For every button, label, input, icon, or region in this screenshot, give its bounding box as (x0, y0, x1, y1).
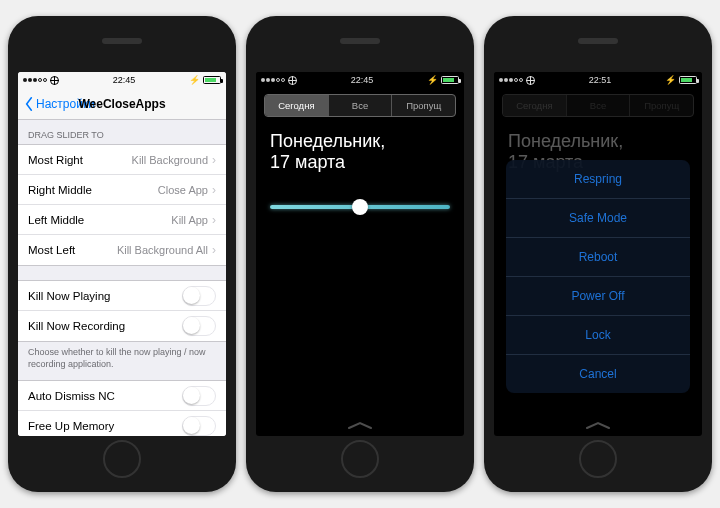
chevron-right-icon: › (212, 153, 216, 167)
nc-body: Понедельник, 17 марта (256, 117, 464, 219)
footer-note-1: Choose whether to kill the now playing /… (18, 342, 226, 380)
chevron-up-icon (347, 420, 373, 430)
toggle-group-2: Auto Dismiss NC Free Up Memory (18, 380, 226, 436)
status-time: 22:45 (351, 75, 374, 85)
signal-icon (23, 78, 47, 82)
battery-icon (203, 76, 221, 84)
chevron-up-icon (585, 420, 611, 430)
nc-date-line1-dim: Понедельник, (508, 131, 688, 152)
row-auto-dismiss-nc: Auto Dismiss NC (18, 381, 226, 411)
weeclose-slider[interactable] (270, 195, 450, 219)
screen-nc: 22:45 ⚡ Сегодня Все Пропущ Понедельник, … (256, 72, 464, 436)
nav-bar: Настройки WeeCloseApps (18, 88, 226, 120)
phone-frame-2: 22:45 ⚡ Сегодня Все Пропущ Понедельник, … (246, 16, 474, 492)
chevron-right-icon: › (212, 243, 216, 257)
menu-power-off[interactable]: Power Off (506, 277, 690, 316)
chevron-right-icon: › (212, 183, 216, 197)
slider-rows-group: Most Right Kill Background › Right Middl… (18, 144, 226, 266)
row-right-middle[interactable]: Right Middle Close App › (18, 175, 226, 205)
toggle-kill-now-recording[interactable] (182, 316, 216, 336)
signal-icon (499, 78, 523, 82)
nc-tab-all[interactable]: Все (329, 95, 393, 116)
globe-icon (50, 76, 59, 85)
chevron-left-icon (24, 97, 34, 111)
status-bar: 22:51 ⚡ (494, 72, 702, 88)
menu-lock[interactable]: Lock (506, 316, 690, 355)
globe-icon (288, 76, 297, 85)
nc-tab-bar-dim: Сегодня Все Пропущ (502, 94, 694, 117)
nc-date-line1: Понедельник, (270, 131, 450, 152)
status-bar: 22:45 ⚡ (256, 72, 464, 88)
row-kill-now-recording: Kill Now Recording (18, 311, 226, 341)
menu-cancel[interactable]: Cancel (506, 355, 690, 393)
bluetooth-icon: ⚡ (427, 75, 438, 85)
nc-tab-all: Все (567, 95, 631, 116)
nc-date-line2: 17 марта (270, 152, 450, 173)
phone-frame-3: 22:51 ⚡ Сегодня Все Пропущ Понедельник, … (484, 16, 712, 492)
battery-icon (679, 76, 697, 84)
status-time: 22:51 (589, 75, 612, 85)
nc-tab-missed: Пропущ (630, 95, 693, 116)
nc-tab-missed[interactable]: Пропущ (392, 95, 455, 116)
row-most-left[interactable]: Most Left Kill Background All › (18, 235, 226, 265)
signal-icon (261, 78, 285, 82)
back-label: Настройки (36, 97, 95, 111)
back-button[interactable]: Настройки (24, 97, 95, 111)
status-bar: 22:45 ⚡ (18, 72, 226, 88)
menu-respring[interactable]: Respring (506, 160, 690, 199)
bluetooth-icon: ⚡ (189, 75, 200, 85)
nc-tab-today: Сегодня (503, 95, 567, 116)
toggle-kill-now-playing[interactable] (182, 286, 216, 306)
bluetooth-icon: ⚡ (665, 75, 676, 85)
globe-icon (526, 76, 535, 85)
screen-power-menu: 22:51 ⚡ Сегодня Все Пропущ Понедельник, … (494, 72, 702, 436)
status-time: 22:45 (113, 75, 136, 85)
chevron-right-icon: › (212, 213, 216, 227)
menu-reboot[interactable]: Reboot (506, 238, 690, 277)
screen-settings: 22:45 ⚡ Настройки WeeCloseApps DRAG SLID… (18, 72, 226, 436)
row-most-right[interactable]: Most Right Kill Background › (18, 145, 226, 175)
nc-tab-bar: Сегодня Все Пропущ (264, 94, 456, 117)
menu-safe-mode[interactable]: Safe Mode (506, 199, 690, 238)
phone-frame-1: 22:45 ⚡ Настройки WeeCloseApps DRAG SLID… (8, 16, 236, 492)
toggle-free-memory[interactable] (182, 416, 216, 436)
toggle-group-1: Kill Now Playing Kill Now Recording (18, 280, 226, 342)
slider-thumb[interactable] (352, 199, 368, 215)
toggle-auto-dismiss[interactable] (182, 386, 216, 406)
nc-tab-today[interactable]: Сегодня (265, 95, 329, 116)
row-kill-now-playing: Kill Now Playing (18, 281, 226, 311)
nc-grabber[interactable] (256, 420, 464, 430)
battery-icon (441, 76, 459, 84)
power-menu: Respring Safe Mode Reboot Power Off Lock… (506, 160, 690, 393)
section-header: DRAG SLIDER TO (18, 120, 226, 144)
row-left-middle[interactable]: Left Middle Kill App › (18, 205, 226, 235)
nc-grabber[interactable] (494, 420, 702, 430)
row-free-up-memory: Free Up Memory (18, 411, 226, 436)
